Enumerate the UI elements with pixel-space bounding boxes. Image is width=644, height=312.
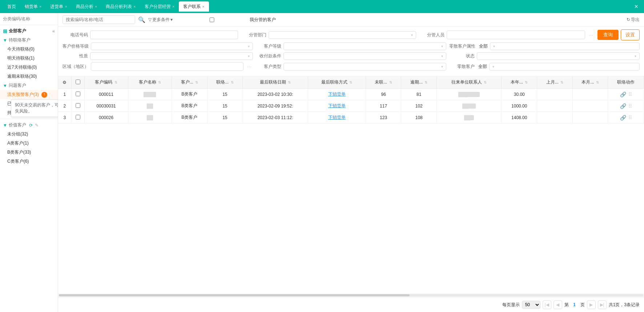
more-conditions-button[interactable]: ▽ 更多条件 ▾	[148, 17, 173, 23]
last-page-button[interactable]: ▶|	[598, 300, 607, 309]
export-button[interactable]: ↻ 导出	[627, 17, 640, 23]
collapse-icon[interactable]: «	[52, 28, 55, 34]
tab-customer-contact-label: 客户联系	[183, 4, 201, 10]
sidebar-item-today[interactable]: 今天待联络(0)	[0, 45, 58, 54]
unlinked-sort-icon[interactable]: ⇅	[389, 80, 392, 84]
sidebar-group-problem[interactable]: ▼ 问题客户	[0, 81, 58, 90]
filter-customer-type: 客户类型 ▾	[256, 63, 446, 70]
sidebar-item-churn-warning[interactable]: 流失预警客户(3) !	[0, 90, 58, 99]
contact-sort-icon[interactable]: ⇅	[231, 80, 234, 84]
row2-link-icon[interactable]: 🔗	[620, 103, 626, 109]
filter-payment-select[interactable]: ▾	[283, 52, 446, 60]
filter-zero-customer-select[interactable]: ▾	[489, 63, 640, 70]
tab-customer-contact-close[interactable]: ×	[202, 4, 204, 9]
tab-analysis-list-close[interactable]: ×	[133, 4, 136, 9]
sidebar-item-tomorrow[interactable]: 明天待联络(1)	[0, 54, 58, 63]
row2-overdue: 102	[401, 100, 437, 112]
settings-button[interactable]: 设置	[621, 29, 640, 40]
contacts-sort-icon[interactable]: ⇅	[484, 80, 487, 84]
tab-customer-tier[interactable]: 客户分层经营 ×	[140, 1, 179, 12]
tab-purchase[interactable]: 进货单 ×	[46, 1, 71, 12]
filter-region-input[interactable]	[91, 62, 243, 71]
scrollbar-track[interactable]	[59, 294, 643, 296]
window-close-icon[interactable]: ×	[631, 3, 641, 11]
per-page-select[interactable]: 50 10 20 100	[522, 301, 540, 309]
tab-analysis-close[interactable]: ×	[95, 4, 97, 9]
sidebar-item-overdue[interactable]: 逾期未联络(30)	[0, 72, 58, 81]
tab-sales-close[interactable]: ×	[39, 4, 41, 9]
filter-row-2: 客户价格等级 ▾ 客户等级 ▾ 零散客户属性 全部 ▾	[63, 42, 640, 50]
this-year-sort-icon[interactable]: ⇅	[525, 80, 528, 84]
filter-price-level-select[interactable]: ▾	[91, 42, 253, 50]
sidebar-item-c-class[interactable]: C类客户(6)	[0, 157, 58, 166]
row2-last-method[interactable]: 下销货单	[308, 100, 366, 112]
filter-dept-select[interactable]: ▾	[269, 31, 416, 39]
first-page-button[interactable]: |◀	[543, 300, 551, 309]
person-more-icon[interactable]: ···	[587, 32, 595, 38]
sidebar-search-input[interactable]	[3, 16, 57, 21]
sidebar-group-value[interactable]: ▼ 价值客户 ⟳ ✎	[0, 121, 58, 130]
tab-analysis-list[interactable]: 商品分析列表 ×	[101, 1, 140, 12]
name-sort-icon[interactable]: ⇅	[158, 80, 161, 84]
tab-sales[interactable]: 销货单 ×	[20, 1, 46, 12]
this-month-sort-icon[interactable]: ⇅	[596, 80, 599, 84]
prev-page-button[interactable]: ◀	[554, 300, 562, 309]
row1-overdue: 81	[401, 89, 437, 100]
edit-icon[interactable]: ✎	[35, 123, 39, 128]
last-date-sort-icon[interactable]: ⇅	[288, 80, 291, 84]
row3-contacts: ██...	[437, 112, 502, 123]
sidebar-group-pending[interactable]: ▼ 待联络客户	[0, 36, 58, 45]
col-last-method: 最后联络方式 ⇅	[308, 76, 366, 89]
row1-checkbox[interactable]	[71, 89, 84, 100]
col-overdue: 逾期... ⇅	[401, 76, 437, 89]
overdue-sort-icon[interactable]: ⇅	[424, 80, 427, 84]
tab-analysis[interactable]: 商品分析 ×	[72, 1, 101, 12]
tab-customer-contact[interactable]: 客户联系 ×	[179, 1, 209, 12]
tab-purchase-close[interactable]: ×	[65, 4, 67, 9]
row1-last-method[interactable]: 下销货单	[308, 89, 366, 100]
horizontal-scrollbar[interactable]	[58, 293, 644, 297]
filter-person-input[interactable]	[447, 31, 585, 39]
refresh-icon[interactable]: ⟳	[29, 123, 33, 128]
sidebar-item-a-class[interactable]: A类客户(1)	[0, 139, 58, 148]
row2-more-icon[interactable]: ⠿	[628, 103, 632, 109]
col-settings[interactable]: ⚙	[58, 76, 71, 89]
sidebar-all-customers[interactable]: ⊞ 全部客户 «	[0, 25, 58, 36]
my-customers-checkbox-label[interactable]: 我分管的客户	[176, 17, 276, 23]
per-page-label: 每页显示	[502, 302, 520, 308]
row3-more-icon[interactable]: ⠿	[628, 115, 632, 121]
query-button[interactable]: 查询	[597, 30, 619, 40]
filter-phone-input[interactable]	[90, 31, 238, 39]
row3-link-icon[interactable]: 🔗	[620, 115, 626, 121]
last-method-sort-icon[interactable]: ⇅	[349, 80, 352, 84]
scrollbar-thumb[interactable]	[59, 294, 410, 296]
row3-checkbox[interactable]	[71, 112, 84, 123]
filter-zero-attr-select[interactable]: ▾	[490, 42, 640, 50]
sidebar-item-7days[interactable]: 近7天待联络(0)	[0, 63, 58, 72]
last-month-sort-icon[interactable]: ⇅	[560, 80, 563, 84]
filter-nature-select[interactable]: ▾	[90, 52, 253, 60]
sidebar-item-b-class[interactable]: B类客户(33)	[0, 148, 58, 157]
row1-more-icon[interactable]: ⠿	[628, 92, 632, 97]
select-all-checkbox[interactable]	[76, 80, 80, 84]
type-sort-icon[interactable]: ⇅	[195, 80, 198, 84]
filter-region-label: 区域（地区）	[63, 64, 89, 70]
row1-link-icon[interactable]: 🔗	[620, 92, 626, 97]
row2-checkbox[interactable]	[71, 100, 84, 112]
my-customers-checkbox[interactable]	[176, 17, 248, 22]
row3-last-method[interactable]: 下销货单	[308, 112, 366, 123]
filter-status-select[interactable]: ▾	[477, 52, 640, 60]
row3-index: 3	[58, 112, 71, 123]
tab-sales-label: 销货单	[25, 4, 38, 10]
region-more-icon[interactable]: ···	[246, 64, 253, 69]
search-input[interactable]	[63, 15, 135, 24]
tab-home[interactable]: 首页	[3, 1, 20, 12]
tab-customer-tier-close[interactable]: ×	[172, 4, 174, 9]
code-sort-icon[interactable]: ⇅	[114, 80, 117, 84]
filter-search-button[interactable]: 🔍	[138, 16, 145, 23]
sidebar-item-ungroup[interactable]: 未分组(32)	[0, 130, 58, 139]
next-page-button[interactable]: ▶	[587, 300, 596, 309]
filter-customer-level-select[interactable]: ▾	[283, 42, 446, 50]
filter-customer-type-select[interactable]: ▾	[283, 63, 446, 70]
col-checkbox[interactable]	[71, 76, 84, 89]
